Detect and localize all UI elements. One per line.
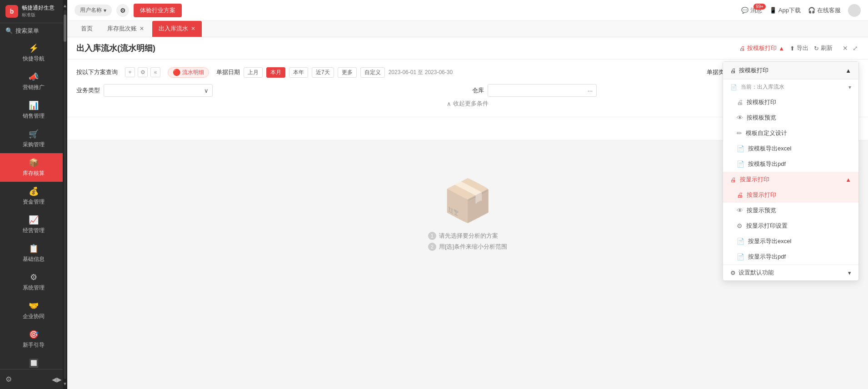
tab-bar: 首页 库存批次账 ✕ 出入库流水 ✕ [67,21,868,37]
dropdown-item-template-design[interactable]: ✏ 模板自定义设计 [723,125,858,141]
dropdown-item-display-print[interactable]: 🖨 按显示打印 [723,187,858,203]
template-preview-label: 按模板预览 [747,114,776,122]
tab-home[interactable]: 首页 [75,21,99,37]
tab-flow-close[interactable]: ✕ [191,25,195,32]
date-range-display: 2023-06-01 至 2023-06-30 [389,69,453,76]
dropdown-header-arrow: ▲ [845,67,851,74]
sidebar-item-quick-nav[interactable]: ⚡ 快捷导航 [0,39,67,67]
dropdown-item-template-print[interactable]: 🖨 按模板打印 [723,95,858,110]
sidebar-collapse-icon[interactable]: ◀▶ [52,376,62,383]
sidebar-item-corp[interactable]: 🤝 企业协同 [0,296,67,325]
date-filter-wrap: 单据日期 上月 本月 本年 近7天 更多 自定义 2023-06-01 至 20… [216,67,699,78]
sidebar-item-finance[interactable]: 💰 资金管理 [0,182,67,210]
scroll-down-btn[interactable]: ▼ [63,380,67,387]
message-btn[interactable]: 💬 消息 99+ [741,6,762,15]
sidebar-scrollbar: ▲ ▼ [63,0,67,389]
dropdown-item-display-excel[interactable]: 📄 按显示导出excel [723,234,858,249]
sidebar-search[interactable]: 🔍 搜索菜单 [0,23,67,39]
operations-label: 经营管理 [23,227,45,234]
tab-flow[interactable]: 出入库流水 ✕ [152,21,202,37]
online-service-btn[interactable]: 🎧 在线客服 [808,6,841,15]
refresh-icon: ↻ [814,45,819,52]
app-download-btn[interactable]: 📱 App下载 [769,6,801,15]
display-section-printer-icon: 🖨 [730,176,736,183]
sidebar-item-purchase[interactable]: 🛒 采购管理 [0,125,67,153]
export-label: 导出 [797,44,808,52]
filter-settings-btn[interactable]: ⚙ [138,67,148,77]
sidebar-item-system[interactable]: ⚙ 系统管理 [0,268,67,296]
settings-gear-icon[interactable]: ⚙ [5,375,12,384]
template-preview-icon: 👁 [737,114,743,121]
sidebar-item-sales[interactable]: 📊 销售管理 [0,96,67,125]
business-type-select[interactable]: ∨ [104,84,213,97]
dropdown-item-template-excel[interactable]: 📄 按模板导出excel [723,141,858,156]
dropdown-item-display-settings[interactable]: ⚙ 按显示打印设置 [723,218,858,234]
date-current-month-btn[interactable]: 本月 [266,67,285,78]
app-download-label: App下载 [778,6,801,15]
topbar-user[interactable]: 用户名称 ▾ [75,5,112,16]
warehouse-label: 仓库 [472,86,484,95]
user-avatar[interactable] [848,4,861,17]
purchase-icon: 🛒 [29,129,39,139]
refresh-btn[interactable]: ↻ 刷新 [814,44,833,52]
warehouse-more-icon: ··· [588,87,593,94]
empty-illustration: 📦 [442,177,493,224]
date-current-year-btn[interactable]: 本年 [289,67,308,78]
export-btn[interactable]: ⬆ 导出 [790,44,808,52]
dropdown-current-template[interactable]: 📄 当前：出入库流水 ▾ [723,80,858,95]
guide-icon: 🎯 [29,329,39,339]
footer-settings-icon: ⚙ [730,269,736,276]
template-pdf-icon: 📄 [737,160,744,168]
main-area: 用户名称 ▾ ⚙ 体验行业方案 💬 消息 99+ 📱 App下载 🎧 在线客服 [67,0,868,389]
active-filter-label: 流水明细 [182,69,204,76]
topbar-settings-btn[interactable]: ⚙ [116,4,129,17]
sidebar-item-basic-info[interactable]: 📋 基础信息 [0,239,67,268]
sales-icon: 📊 [29,100,39,110]
sidebar-item-app-center[interactable]: 🔲 应用中心 [0,354,67,369]
dropdown-item-template-pdf[interactable]: 📄 按模板导出pdf [723,156,858,172]
date-custom-btn[interactable]: 自定义 [360,67,385,78]
sidebar: b 畅捷通好生意 标准版 🔍 搜索菜单 ⚡ 快捷导航 📣 营销推广 📊 [0,0,67,389]
dropdown-item-display-pdf[interactable]: 📄 按显示导出pdf [723,249,858,264]
template-excel-icon: 📄 [737,145,744,152]
sidebar-nav-list: ⚡ 快捷导航 📣 营销推广 📊 销售管理 🛒 采购管理 📦 库存核算 💰 [0,39,67,369]
user-dropdown-icon: ▾ [104,7,106,14]
collapse-label: 收起更多条件 [453,100,489,108]
print-template-btn[interactable]: 🖨 按模板打印 ▲ [739,44,784,52]
display-settings-icon: ⚙ [737,222,743,229]
date-prev-month-btn[interactable]: 上月 [244,67,263,78]
guide-label: 新手引导 [23,341,45,349]
date-7days-btn[interactable]: 近7天 [312,67,334,78]
dropdown-item-template-preview[interactable]: 👁 按模板预览 [723,110,858,125]
date-more-btn[interactable]: 更多 [338,67,357,78]
sidebar-item-operations[interactable]: 📈 经营管理 [0,210,67,239]
dropdown-display-section[interactable]: 🖨 按显示打印 ▲ [723,172,858,187]
display-pdf-label: 按显示导出pdf [748,253,786,261]
sidebar-item-marketing[interactable]: 📣 营销推广 [0,67,67,96]
template-design-icon: ✏ [737,130,742,137]
tab-batch-account-close[interactable]: ✕ [140,25,144,32]
dropdown-item-display-preview[interactable]: 👁 按显示预览 [723,203,858,218]
dropdown-footer[interactable]: ⚙ 设置默认功能 ▾ [723,264,858,280]
filter-tag-icon: 🔴 [173,69,180,76]
filter-collapse-btn[interactable]: « [150,67,160,77]
marketing-label: 营销推广 [23,84,45,91]
tab-batch-account[interactable]: 库存批次账 ✕ [101,21,150,37]
window-controls: ✕ ⤢ [842,45,859,52]
window-expand-btn[interactable]: ⤢ [852,45,859,52]
filter-add-btn[interactable]: + [125,67,135,77]
sidebar-nav: b 畅捷通好生意 标准版 🔍 搜索菜单 ⚡ 快捷导航 📣 营销推广 📊 [0,0,67,389]
plus-icon: + [128,69,131,75]
headset-icon: 🎧 [808,7,815,14]
dropdown-footer-arrow: ▾ [848,269,851,276]
warehouse-select[interactable]: ··· [488,84,597,97]
scroll-up-btn[interactable]: ▲ [63,2,67,9]
trial-industry-btn[interactable]: 体验行业方案 [134,4,182,17]
purchase-label: 采购管理 [23,141,45,149]
current-template-arrow: ▾ [848,84,851,90]
tip-1-text: 请先选择要分析的方案 [439,232,498,240]
sidebar-item-inventory[interactable]: 📦 库存核算 [0,153,67,182]
filter-by-label: 按以下方案查询 [76,68,118,76]
window-close-btn[interactable]: ✕ [842,45,849,52]
sidebar-item-guide[interactable]: 🎯 新手引导 [0,325,67,354]
